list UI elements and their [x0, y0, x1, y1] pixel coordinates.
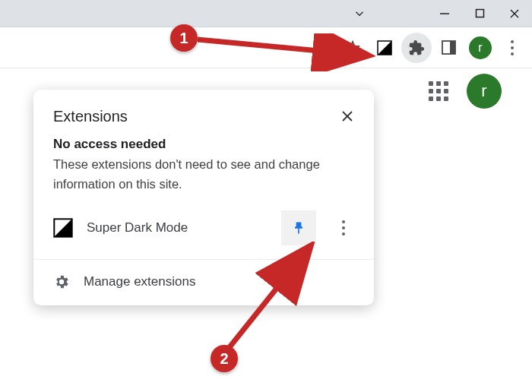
annotation-badge-2: 2: [211, 345, 238, 372]
annotation-arrow-1: [195, 33, 377, 71]
svg-marker-13: [54, 219, 71, 236]
profile-avatar-large[interactable]: r: [467, 74, 502, 109]
svg-rect-1: [476, 10, 483, 17]
svg-line-17: [226, 252, 306, 351]
pin-icon: [291, 220, 306, 236]
popup-close-button[interactable]: [337, 106, 357, 126]
manage-extensions-label: Manage extensions: [84, 274, 195, 289]
profile-avatar-small[interactable]: r: [465, 33, 496, 63]
popup-section-title: No access needed: [53, 137, 354, 152]
chrome-menu-icon[interactable]: [497, 33, 527, 63]
extension-name: Super Dark Mode: [87, 220, 268, 236]
svg-marker-7: [378, 41, 391, 55]
annotation-arrow-2: [222, 242, 328, 356]
extensions-puzzle-icon[interactable]: [401, 33, 432, 63]
window-maximize-button[interactable]: [462, 0, 497, 27]
extension-more-menu[interactable]: [330, 214, 357, 242]
side-panel-icon[interactable]: [433, 33, 464, 63]
popup-section-description: These extensions don't need to see and c…: [53, 155, 354, 194]
popup-title: Extensions: [53, 108, 128, 125]
window-minimize-button[interactable]: [427, 0, 462, 27]
window-close-button[interactable]: [497, 0, 532, 27]
tab-search-chevron-icon[interactable]: [342, 0, 377, 27]
gear-icon: [53, 273, 70, 290]
pin-extension-button[interactable]: [281, 210, 316, 245]
extension-app-icon: [53, 218, 73, 238]
google-apps-icon[interactable]: [429, 81, 448, 101]
annotation-badge-1: 1: [170, 24, 198, 52]
svg-rect-9: [450, 41, 455, 54]
avatar: r: [469, 36, 492, 59]
window-titlebar: [0, 0, 532, 27]
svg-line-15: [198, 40, 360, 55]
